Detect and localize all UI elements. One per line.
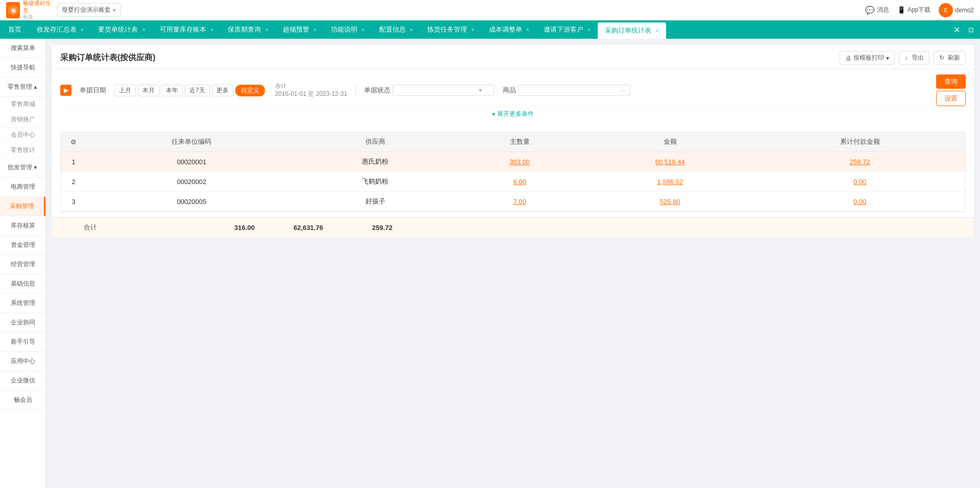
sidebar-item-enterprise[interactable]: 企业协同 [0, 313, 45, 332]
template-print-button[interactable]: 🖨 按模板打印 ▾ [840, 51, 895, 65]
sidebar-item-wholesale[interactable]: 批发管理 ▼ [0, 158, 45, 177]
sidebar-item-newbie[interactable]: 新手引导 [0, 332, 45, 352]
tab-配置信息[interactable]: 配置信息 × [372, 20, 420, 39]
filter-toggle-button[interactable]: ▶ [60, 85, 71, 96]
refresh-button[interactable]: ↻ 刷新 [934, 51, 966, 65]
tab-可用量库存账本[interactable]: 可用量库存账本 × [153, 20, 220, 39]
printer-icon: 🖨 [845, 55, 851, 62]
th-qty: 主数量 [454, 132, 585, 152]
sidebar-item-wechat[interactable]: 企业微信 [0, 371, 45, 391]
sidebar-item-quick-nav[interactable]: 快捷导航 [0, 58, 45, 78]
close-icon[interactable]: × [81, 27, 84, 33]
cell-paid[interactable]: 0.00 [754, 172, 965, 192]
sidebar-item-basic-info[interactable]: 基础信息 [0, 274, 45, 294]
message-action[interactable]: 💬 消息 [865, 6, 889, 15]
cell-amount[interactable]: 60,519.44 [585, 152, 754, 172]
tab-拣货任务管理[interactable]: 拣货任务管理 × [420, 20, 481, 39]
export-icon: ↓ [904, 54, 908, 61]
app-download-action[interactable]: 📱 App下载 [897, 6, 930, 14]
cell-amount[interactable]: 525.80 [585, 192, 754, 212]
expand-more-button[interactable]: ▾ 展开更多条件 [492, 110, 534, 118]
close-icon[interactable]: × [265, 27, 268, 33]
sidebar-item-search[interactable]: 搜索菜单 [0, 39, 45, 58]
tab-成本调整单[interactable]: 成本调整单 × [482, 20, 536, 39]
export-button[interactable]: ↓ 导出 [899, 51, 929, 65]
row-num: 1 [61, 152, 86, 172]
sidebar-item-finance[interactable]: 资金管理 [0, 236, 45, 255]
cell-qty[interactable]: 7.00 [454, 192, 585, 212]
sidebar-item-ecommerce[interactable]: 电商管理 [0, 177, 45, 197]
tab-home[interactable]: 首页 [0, 20, 30, 39]
th-amount: 金额 [585, 132, 754, 152]
sidebar-item-retail-mgmt[interactable]: 零售管理 ▲ [0, 78, 45, 97]
sidebar-item-retail-shop[interactable]: 零售商城 [0, 97, 45, 112]
close-icon[interactable]: × [210, 27, 213, 33]
close-icon[interactable]: × [655, 28, 658, 34]
close-all-tabs-button[interactable]: ✕ [951, 24, 962, 36]
th-gear[interactable]: ⚙ [61, 132, 86, 152]
tab-功能说明[interactable]: 功能说明 × [324, 20, 372, 39]
settings-button[interactable]: 设置 [936, 91, 966, 106]
cell-qty[interactable]: 303.00 [454, 152, 585, 172]
restore-button[interactable]: ⊡ [966, 25, 976, 35]
chevron-down-icon: ▾ [492, 111, 495, 118]
cell-supplier: 惠氏奶粉 [297, 152, 454, 172]
logo-text: 畅捷通好生意 标版 [23, 0, 52, 19]
tab-要货单统计表[interactable]: 要货单统计表 × [91, 20, 152, 39]
status-select[interactable]: ▾ [393, 85, 495, 96]
date-btn-this-year[interactable]: 本年 [161, 85, 183, 96]
tab-保质期查询[interactable]: 保质期查询 × [220, 20, 275, 39]
date-btn-last-month[interactable]: 上月 [114, 85, 136, 96]
product-filter: 商品 ··· [503, 85, 630, 96]
date-range-display: 合计 2016-01-01 至 2023-12-31 [275, 82, 347, 98]
cell-amount[interactable]: 1,586.52 [585, 172, 754, 192]
table-row[interactable]: 2 00020002 飞鹤奶粉 6.00 1,586.52 0.00 [61, 172, 965, 192]
tab-邀请下游客户[interactable]: 邀请下游客户 × [536, 20, 598, 39]
sidebar-item-member[interactable]: 会员中心 [0, 127, 45, 143]
close-icon[interactable]: × [471, 27, 474, 33]
cell-qty[interactable]: 6.00 [454, 172, 585, 192]
table-row[interactable]: 1 00020001 惠氏奶粉 303.00 60,519.44 259.72 [61, 152, 965, 172]
date-btn-7days[interactable]: 近7天 [185, 85, 210, 96]
nav-tabs: 首页 收发存汇总表 × 要货单统计表 × 可用量库存账本 × 保质期查询 × 超… [0, 20, 980, 39]
cell-paid[interactable]: 0.00 [754, 192, 965, 212]
sidebar-item-operations[interactable]: 经营管理 [0, 255, 45, 274]
close-icon[interactable]: × [587, 27, 591, 33]
close-icon[interactable]: × [410, 27, 413, 33]
row-num: 3 [61, 192, 86, 212]
sidebar-item-marketing[interactable]: 营销推广 [0, 112, 45, 127]
tab-采购订单统计表[interactable]: 采购订单统计表 × [598, 22, 666, 39]
query-button[interactable]: 查询 [936, 74, 966, 89]
table-row[interactable]: 3 00020005 好孩子 7.00 525.80 0.00 [61, 192, 965, 212]
close-icon[interactable]: × [361, 27, 364, 33]
page-card: 采购订单统计表(按供应商) 🖨 按模板打印 ▾ ↓ 导出 ↻ [52, 45, 974, 237]
sidebar-item-inventory[interactable]: 库存核算 [0, 216, 45, 236]
close-icon[interactable]: × [313, 27, 316, 33]
cell-supplier: 飞鹤奶粉 [297, 172, 454, 192]
close-icon[interactable]: × [142, 27, 145, 33]
date-btn-this-month[interactable]: 本月 [138, 85, 159, 96]
sidebar-item-retail-stats[interactable]: 零售统计 [0, 143, 45, 158]
sidebar-item-member2[interactable]: 畅会员 [0, 391, 45, 410]
date-btn-more[interactable]: 更多 [212, 85, 233, 96]
date-btn-custom[interactable]: 自定义 [235, 85, 265, 96]
sidebar-item-purchase[interactable]: 采购管理 [0, 197, 45, 216]
logo-icon: 畅 [6, 2, 20, 18]
data-table-container: ⚙ 往来单位编码 供应商 主数量 金额 累计付款金额 [60, 132, 966, 212]
cell-paid[interactable]: 259.72 [754, 152, 965, 172]
ellipsis-icon[interactable]: ··· [621, 87, 626, 94]
top-bar-right: 💬 消息 📱 App下载 E demo2 [865, 3, 974, 17]
close-icon[interactable]: × [526, 27, 529, 33]
status-filter: 单据状态 ▾ [364, 85, 495, 96]
table-footer: 合计 316.00 62,631.76 259.72 [52, 217, 974, 237]
tab-超储预警[interactable]: 超储预警 × [276, 20, 324, 39]
tab-收发存汇总表[interactable]: 收发存汇总表 × [30, 20, 91, 39]
workspace-selector[interactable]: 母婴行业演示账套 ▾ [57, 3, 120, 17]
user-area[interactable]: E demo2 [939, 3, 974, 17]
product-input[interactable]: ··· [518, 85, 630, 96]
top-bar: 畅 畅捷通好生意 标版 母婴行业演示账套 ▾ 💬 消息 📱 App下载 E de… [0, 0, 980, 20]
logo: 畅 畅捷通好生意 标版 [6, 0, 52, 19]
sidebar-item-app-center[interactable]: 应用中心 [0, 352, 45, 371]
main-content: 采购订单统计表(按供应商) 🖨 按模板打印 ▾ ↓ 导出 ↻ [46, 39, 980, 488]
sidebar-item-system[interactable]: 系统管理 [0, 294, 45, 313]
